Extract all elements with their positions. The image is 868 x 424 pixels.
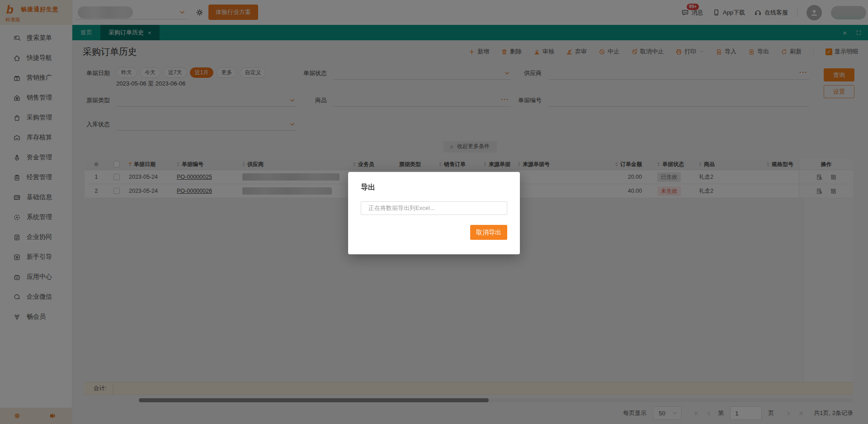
export-progress-message: 正在将数据导出到Excel... [361,201,507,215]
export-dialog: 导出 正在将数据导出到Excel... 取消导出 [348,172,520,254]
cancel-export-button[interactable]: 取消导出 [470,225,507,240]
export-dialog-title: 导出 [361,183,507,192]
